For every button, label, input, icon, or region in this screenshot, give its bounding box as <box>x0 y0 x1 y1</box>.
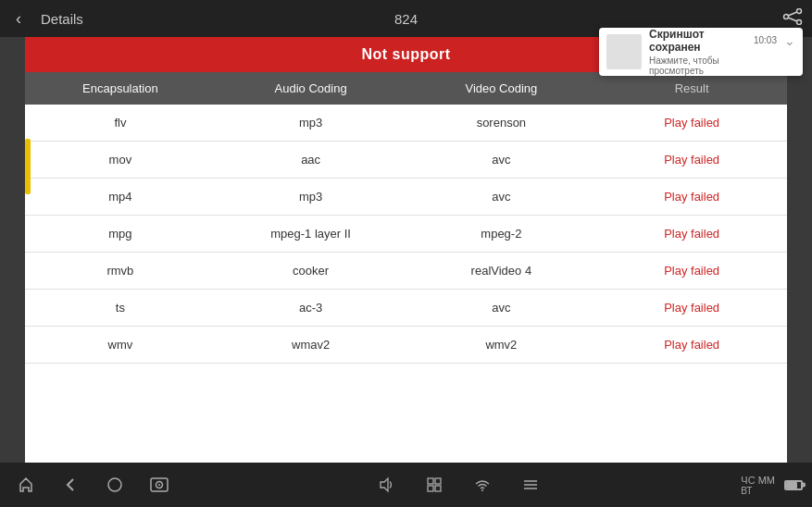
table-row[interactable]: mov aac avc Play failed <box>25 142 787 179</box>
cell-video: avc <box>406 142 597 178</box>
left-indicator <box>25 139 31 194</box>
cell-video: avc <box>406 179 597 215</box>
back-nav-icon[interactable] <box>54 468 87 501</box>
svg-rect-12 <box>428 486 433 491</box>
back-button[interactable]: ‹ <box>0 0 37 37</box>
table-row[interactable]: mpg mpeg-1 layer II mpeg-2 Play failed <box>25 216 787 253</box>
notification-text: Скриншот сохранен Нажмите, чтобы просмот… <box>649 28 746 76</box>
table-header: Encapsulation Audio Coding Video Coding … <box>25 72 787 105</box>
cell-status: Play failed <box>596 142 787 178</box>
cell-status: Play failed <box>596 327 787 363</box>
time-display: ЧС ММ ВТ <box>741 475 775 496</box>
bottom-bar: ЧС ММ ВТ <box>0 463 812 507</box>
table-body: flv mp3 sorenson Play failed mov aac avc… <box>25 105 787 472</box>
col-header-video: Video Coding <box>406 72 597 105</box>
svg-point-0 <box>797 8 802 13</box>
cell-video: wmv2 <box>406 327 597 363</box>
battery-icon <box>784 480 803 490</box>
menu-icon[interactable] <box>514 468 547 501</box>
media-icon[interactable] <box>143 468 176 501</box>
col-header-result: Result <box>596 72 787 105</box>
bottom-bar-left <box>9 468 176 501</box>
table-row[interactable]: flv mp3 sorenson Play failed <box>25 105 787 142</box>
notification-subtitle: Нажмите, чтобы просмотреть <box>649 56 746 76</box>
cell-status: Play failed <box>596 179 787 215</box>
svg-rect-13 <box>435 486 441 491</box>
notification-popup[interactable]: Скриншот сохранен Нажмите, чтобы просмот… <box>599 28 803 76</box>
cell-encapsulation: ts <box>25 290 216 326</box>
cell-audio: mp3 <box>216 179 406 215</box>
cell-audio: mpeg-1 layer II <box>216 216 406 252</box>
svg-point-2 <box>784 14 789 19</box>
chevron-down-icon: ⌄ <box>784 33 795 48</box>
share-icon[interactable] <box>782 8 803 30</box>
center-number: 824 <box>394 11 418 27</box>
cell-audio: cooker <box>216 253 406 289</box>
cell-audio: mp3 <box>216 105 406 141</box>
notification-thumbnail <box>606 34 642 69</box>
svg-rect-10 <box>428 478 433 484</box>
table-row[interactable]: mp4 mp3 avc Play failed <box>25 179 787 216</box>
notification-time: 10:03 <box>754 35 777 45</box>
col-header-encapsulation: Encapsulation <box>25 72 216 105</box>
cell-status: Play failed <box>596 105 787 141</box>
grid-icon[interactable] <box>418 468 451 501</box>
bottom-bar-center <box>176 468 741 501</box>
cell-video: mpeg-2 <box>406 216 597 252</box>
svg-point-8 <box>158 484 160 486</box>
cell-audio: aac <box>216 142 406 178</box>
cell-encapsulation: flv <box>25 105 216 141</box>
cell-audio: ac-3 <box>216 290 406 326</box>
volume-icon[interactable] <box>369 468 403 501</box>
cell-status: Play failed <box>596 216 787 252</box>
cell-video: sorenson <box>406 105 597 141</box>
table-row[interactable]: rmvb cooker realVideo 4 Play failed <box>25 253 787 290</box>
svg-point-5 <box>108 478 121 491</box>
svg-point-1 <box>797 19 802 24</box>
table-row[interactable]: wmv wmav2 wmv2 Play failed <box>25 327 787 364</box>
cell-encapsulation: mp4 <box>25 179 216 215</box>
circle-nav-icon[interactable] <box>98 468 131 501</box>
cell-status: Play failed <box>596 253 787 289</box>
svg-line-4 <box>788 18 797 21</box>
cell-encapsulation: mpg <box>25 216 216 252</box>
cell-encapsulation: rmvb <box>25 253 216 289</box>
cell-encapsulation: mov <box>25 142 216 178</box>
cell-video: realVideo 4 <box>406 253 597 289</box>
svg-rect-11 <box>435 478 441 484</box>
svg-marker-9 <box>381 478 388 491</box>
notification-title: Скриншот сохранен <box>649 28 746 54</box>
cell-status: Play failed <box>596 290 787 326</box>
page-title: Details <box>41 11 83 27</box>
table-row[interactable]: ts ac-3 avc Play failed <box>25 290 787 327</box>
svg-line-3 <box>788 12 797 16</box>
content-area: Not support Encapsulation Audio Coding V… <box>25 37 787 472</box>
cell-audio: wmav2 <box>216 327 406 363</box>
wifi-icon[interactable] <box>466 468 499 501</box>
col-header-audio: Audio Coding <box>216 72 406 105</box>
cell-encapsulation: wmv <box>25 327 216 363</box>
bottom-bar-right: ЧС ММ ВТ <box>741 475 803 496</box>
home-icon[interactable] <box>9 468 43 501</box>
svg-point-14 <box>481 489 483 491</box>
cell-video: avc <box>406 290 597 326</box>
